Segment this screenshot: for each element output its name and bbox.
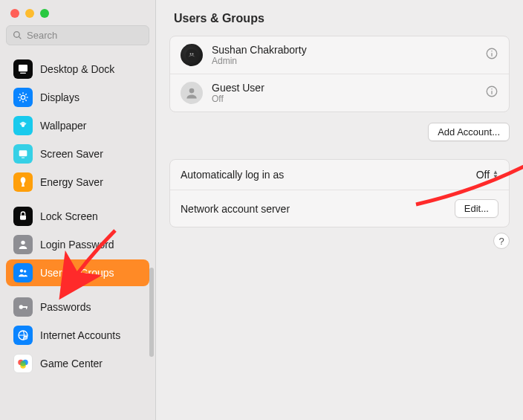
auto-login-select[interactable]: Off ▲▼ — [476, 169, 498, 181]
screensaver-icon — [13, 144, 33, 164]
network-server-label: Network account server — [181, 203, 290, 215]
svg-rect-2 — [19, 65, 27, 71]
sidebar-item-screensaver[interactable]: Screen Saver — [6, 140, 149, 167]
add-account-row: Add Account... — [169, 123, 510, 141]
passwords-icon — [13, 297, 33, 317]
auto-login-value: Off — [476, 169, 490, 181]
maximize-button[interactable] — [40, 9, 49, 18]
info-icon[interactable] — [485, 47, 498, 63]
settings-window: Search Desktop & Dock Displays Wa — [0, 0, 523, 420]
user-text: Guest User Off — [212, 82, 264, 104]
wallpaper-icon — [13, 116, 33, 135]
sidebar-item-label: Displays — [40, 91, 79, 103]
svg-line-1 — [19, 36, 21, 39]
svg-rect-14 — [19, 150, 27, 156]
svg-point-19 — [24, 270, 26, 272]
help-label: ? — [498, 236, 504, 247]
energy-icon — [13, 172, 33, 192]
main-panel: Users & Groups Sushan Chakraborty Admin — [156, 0, 523, 420]
close-button[interactable] — [10, 9, 19, 18]
sidebar-scrollbar[interactable] — [149, 268, 154, 357]
auto-login-row: Automatically log in as Off ▲▼ — [170, 160, 509, 190]
search-container: Search — [0, 25, 155, 53]
svg-rect-15 — [22, 158, 25, 158]
svg-rect-3 — [20, 73, 26, 74]
sidebar-item-lockscreen[interactable]: Lock Screen — [6, 203, 149, 230]
search-icon — [13, 30, 22, 40]
search-input[interactable]: Search — [6, 25, 149, 45]
page-title: Users & Groups — [174, 12, 510, 25]
users-icon — [13, 263, 33, 282]
sidebar-item-passwords[interactable]: Passwords — [6, 294, 149, 320]
svg-point-31 — [190, 54, 192, 55]
gamecenter-icon — [13, 354, 33, 373]
sidebar-item-desktop-dock[interactable]: Desktop & Dock — [6, 56, 149, 83]
network-server-row: Network account server Edit... — [170, 190, 509, 227]
user-row[interactable]: Guest User Off — [170, 74, 509, 112]
sidebar-item-internet-accounts[interactable]: @ Internet Accounts — [6, 322, 149, 349]
svg-text:@: @ — [24, 336, 27, 340]
sidebar-item-displays[interactable]: Displays — [6, 84, 149, 111]
sidebar-item-label: Lock Screen — [40, 210, 98, 222]
sidebar-nav: Desktop & Dock Displays Wallpaper Screen… — [0, 53, 155, 420]
desktop-dock-icon — [13, 59, 33, 79]
users-list: Sushan Chakraborty Admin Guest User Off — [169, 36, 510, 112]
svg-line-11 — [19, 100, 20, 100]
settings-list: Automatically log in as Off ▲▼ Network a… — [169, 159, 510, 227]
avatar — [181, 82, 203, 104]
svg-point-20 — [19, 305, 23, 308]
sidebar-item-label: Screen Saver — [40, 148, 103, 160]
avatar — [181, 44, 203, 66]
svg-point-17 — [21, 241, 25, 245]
user-role: Admin — [212, 56, 307, 66]
user-name: Guest User — [212, 82, 264, 94]
user-name: Sushan Chakraborty — [212, 44, 307, 56]
sidebar-item-label: Login Password — [40, 239, 114, 251]
svg-rect-22 — [26, 306, 27, 309]
sidebar-item-loginpassword[interactable]: Login Password — [6, 231, 149, 258]
svg-point-35 — [491, 51, 493, 52]
lockscreen-icon — [13, 207, 33, 226]
sidebar-item-users-groups[interactable]: Users & Groups — [6, 259, 149, 286]
svg-line-12 — [25, 94, 26, 94]
sidebar-item-label: Internet Accounts — [40, 329, 120, 341]
sidebar-item-label: Wallpaper — [40, 120, 87, 132]
svg-point-32 — [192, 54, 194, 55]
loginpass-icon — [13, 235, 33, 254]
internet-icon: @ — [13, 326, 33, 345]
svg-rect-16 — [20, 216, 26, 220]
sidebar-item-label: Users & Groups — [40, 267, 114, 279]
svg-line-10 — [25, 100, 26, 100]
sidebar-item-wallpaper[interactable]: Wallpaper — [6, 112, 149, 139]
svg-point-39 — [491, 88, 493, 90]
chevron-up-down-icon: ▲▼ — [493, 170, 498, 179]
user-row[interactable]: Sushan Chakraborty Admin — [170, 36, 509, 74]
sidebar-item-label: Energy Saver — [40, 176, 103, 188]
svg-point-0 — [14, 32, 20, 38]
info-icon[interactable] — [485, 85, 498, 101]
svg-point-4 — [21, 95, 25, 99]
sidebar-item-label: Passwords — [40, 301, 91, 313]
search-placeholder: Search — [27, 30, 57, 41]
sidebar-item-label: Game Center — [40, 358, 103, 369]
minimize-button[interactable] — [25, 9, 34, 18]
window-controls — [0, 0, 155, 25]
help-button[interactable]: ? — [493, 233, 510, 249]
auto-login-label: Automatically log in as — [181, 169, 284, 181]
svg-point-30 — [186, 49, 198, 62]
svg-point-29 — [20, 361, 26, 366]
edit-button[interactable]: Edit... — [455, 199, 498, 218]
sidebar-item-label: Desktop & Dock — [40, 63, 114, 75]
displays-icon — [13, 88, 33, 107]
svg-line-9 — [19, 94, 20, 94]
user-role: Off — [212, 94, 264, 104]
sidebar: Search Desktop & Dock Displays Wa — [0, 0, 156, 420]
user-text: Sushan Chakraborty Admin — [212, 44, 307, 66]
svg-point-36 — [189, 88, 195, 94]
sidebar-item-energy[interactable]: Energy Saver — [6, 169, 149, 196]
add-account-button[interactable]: Add Account... — [428, 123, 510, 141]
svg-point-18 — [20, 269, 23, 272]
sidebar-item-gamecenter[interactable]: Game Center — [6, 350, 149, 377]
